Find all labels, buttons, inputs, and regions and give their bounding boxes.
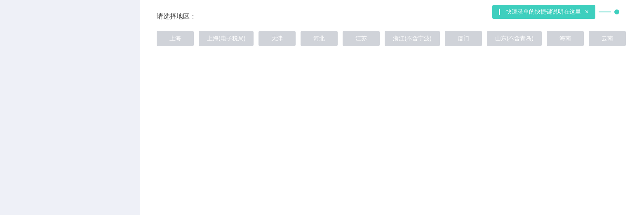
tooltip-close-button[interactable]: × (585, 9, 589, 15)
main-content: 请选择地区： 上海上海(电子税局)天津河北江苏浙江(不含宁波)厦门山东(不含青岛… (140, 0, 644, 215)
region-button[interactable]: 山东(不含青岛) (487, 31, 542, 46)
region-buttons: 上海上海(电子税局)天津河北江苏浙江(不含宁波)厦门山东(不含青岛)海南云南 (157, 31, 628, 46)
region-button[interactable]: 天津 (259, 31, 296, 46)
tooltip-connector-line (599, 12, 611, 12)
region-button[interactable]: 厦门 (445, 31, 482, 46)
region-button[interactable]: 上海 (157, 31, 194, 46)
tooltip-connector-dot (614, 9, 619, 14)
region-button[interactable]: 海南 (547, 31, 584, 46)
tooltip-container: 快速录单的快捷键说明在这里 × (492, 5, 619, 19)
region-button[interactable]: 云南 (589, 31, 626, 46)
tooltip-bubble: 快速录单的快捷键说明在这里 × (492, 5, 595, 19)
tooltip-text: 快速录单的快捷键说明在这里 (506, 8, 581, 16)
region-button[interactable]: 上海(电子税局) (199, 31, 254, 46)
region-button[interactable]: 河北 (301, 31, 338, 46)
region-button[interactable]: 江苏 (343, 31, 380, 46)
sidebar (0, 0, 140, 215)
region-button[interactable]: 浙江(不含宁波) (385, 31, 440, 46)
